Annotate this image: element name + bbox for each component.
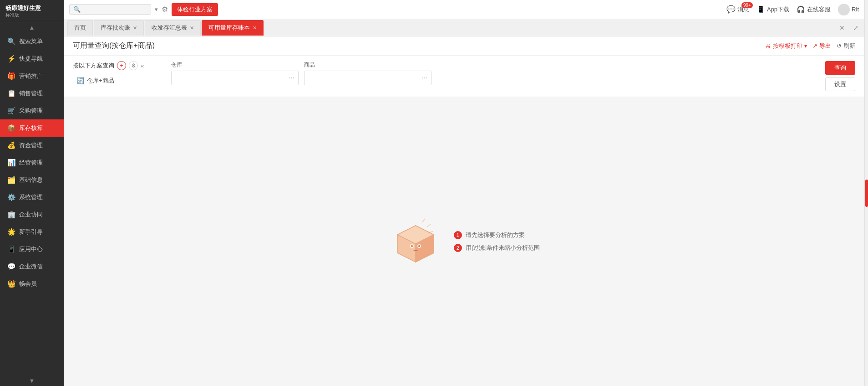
right-edge-bar (865, 180, 868, 207)
svg-point-5 (411, 245, 413, 247)
sidebar-item-marketing[interactable]: 🎁 营销推广 (0, 67, 64, 85)
sidebar: 畅康通好生意 标准版 ▲ 🔍 搜索菜单 ⚡ 快捷导航 🎁 营销推广 📋 销售管理… (0, 0, 64, 386)
header-settings-icon[interactable]: ⚙ (162, 5, 168, 14)
sidebar-item-search[interactable]: 🔍 搜索菜单 (0, 33, 64, 50)
page-header-actions: 🖨 按模板打印 ▾ ↗ 导出 ↺ 刷新 (765, 42, 855, 50)
svg-line-7 (422, 219, 425, 222)
top-header: 🔍 ▾ ⚙ 体验行业方案 💬 消息 99+ 📱 App下载 🎧 在线客服 Rit (64, 0, 864, 19)
tab-bar: 首页 库存批次账 ✕ 收发存汇总表 ✕ 可用量库存账本 ✕ ✕ ⤢ (64, 19, 864, 36)
sidebar-label-purchase: 采购管理 (19, 107, 43, 115)
sidebar-item-operations[interactable]: 📊 经营管理 (0, 154, 64, 171)
sidebar-item-inventory[interactable]: 📦 库存核算 (0, 119, 64, 137)
member-icon: 👑 (7, 280, 15, 288)
search-box[interactable]: 🔍 (69, 4, 151, 15)
filter-fields: 仓库 ··· 商品 ··· (171, 61, 818, 85)
svg-line-8 (427, 224, 431, 227)
tab-window-controls: ✕ ⤢ (837, 23, 861, 33)
scheme-item-warehouse-goods[interactable]: 🔄 仓库+商品 (73, 74, 164, 87)
goods-input[interactable]: ··· (304, 71, 431, 85)
tab-batch-account-close[interactable]: ✕ (133, 25, 137, 31)
tab-available-ledger[interactable]: 可用量库存账本 ✕ (202, 20, 264, 36)
collapse-btn[interactable]: « (141, 62, 144, 69)
sidebar-item-wechat[interactable]: 💬 企业微信 (0, 258, 64, 275)
export-label: 导出 (819, 42, 831, 50)
sidebar-item-shortcut[interactable]: ⚡ 快捷导航 (0, 50, 64, 67)
finance-icon: 💰 (7, 141, 15, 149)
add-scheme-btn[interactable]: + (117, 61, 126, 70)
basic-icon: 🗂️ (7, 176, 15, 184)
app-subtitle: 标准版 (5, 12, 58, 18)
query-btn[interactable]: 查询 (825, 61, 855, 75)
sidebar-label-search: 搜索菜单 (19, 37, 43, 46)
sidebar-menu: 🔍 搜索菜单 ⚡ 快捷导航 🎁 营销推广 📋 销售管理 🛒 采购管理 📦 库存核… (0, 33, 64, 376)
search-input[interactable] (82, 6, 137, 13)
sidebar-label-newbie: 新手引导 (19, 228, 43, 236)
goods-dots[interactable]: ··· (421, 74, 427, 82)
user-menu[interactable]: Rit (838, 4, 859, 15)
message-btn[interactable]: 💬 消息 99+ (726, 5, 749, 14)
tab-expand-btn[interactable]: ⤢ (851, 23, 861, 33)
warehouse-input[interactable]: ··· (171, 71, 299, 85)
app-download-btn[interactable]: 📱 App下载 (756, 5, 789, 14)
export-btn[interactable]: ↗ 导出 (812, 42, 831, 50)
empty-tip-1: 1 请先选择要分析的方案 (454, 231, 540, 239)
sidebar-label-wechat: 企业微信 (19, 262, 43, 271)
tab-inventory-summary[interactable]: 收发存汇总表 ✕ (145, 20, 201, 36)
sidebar-item-sales[interactable]: 📋 销售管理 (0, 85, 64, 102)
sidebar-label-finance: 资金管理 (19, 141, 43, 149)
online-service-label: 在线客服 (807, 5, 831, 14)
sidebar-item-newbie[interactable]: 🌟 新手引导 (0, 223, 64, 241)
wechat-icon: 💬 (7, 262, 15, 271)
empty-tip-1-text: 请先选择要分析的方案 (466, 231, 525, 239)
sidebar-label-system: 系统管理 (19, 193, 43, 201)
settings-btn[interactable]: 设置 (825, 77, 855, 91)
online-service-btn[interactable]: 🎧 在线客服 (797, 5, 831, 14)
marketing-icon: 🎁 (7, 72, 15, 80)
sidebar-label-shortcut: 快捷导航 (19, 55, 43, 63)
avatar (838, 4, 850, 15)
sidebar-item-system[interactable]: ⚙️ 系统管理 (0, 189, 64, 206)
export-icon: ↗ (812, 42, 817, 49)
empty-state: 1 请先选择要分析的方案 2 用[过滤]条件来缩小分析范围 (64, 97, 864, 386)
page-header: 可用量查询(按仓库+商品) 🖨 按模板打印 ▾ ↗ 导出 ↺ 刷新 (64, 36, 864, 56)
tab-inventory-summary-close[interactable]: ✕ (190, 25, 194, 31)
warehouse-text-input[interactable] (175, 75, 287, 82)
print-dropdown-icon[interactable]: ▾ (804, 43, 807, 49)
sidebar-label-enterprise: 企业协同 (19, 211, 43, 219)
tab-batch-account[interactable]: 库存批次账 ✕ (94, 20, 144, 36)
enterprise-icon: 🏢 (7, 211, 15, 219)
tab-home[interactable]: 首页 (67, 20, 93, 36)
scheme-settings-btn[interactable]: ⚙ (129, 61, 138, 70)
sidebar-scroll-up[interactable]: ▲ (0, 22, 64, 33)
add-icon: + (120, 62, 123, 69)
sidebar-item-finance[interactable]: 💰 资金管理 (0, 137, 64, 154)
shortcut-icon: ⚡ (7, 55, 15, 63)
refresh-btn[interactable]: ↺ 刷新 (837, 42, 855, 50)
refresh-label: 刷新 (843, 42, 855, 50)
scheme-header-label: 按以下方案查询 (73, 62, 114, 70)
sidebar-item-appstore[interactable]: 📱 应用中心 (0, 241, 64, 258)
step-2-num: 2 (454, 244, 462, 252)
tab-available-ledger-close[interactable]: ✕ (253, 25, 257, 31)
warehouse-filter: 仓库 ··· (171, 61, 299, 85)
tab-batch-account-label: 库存批次账 (101, 24, 130, 32)
purchase-icon: 🛒 (7, 107, 15, 115)
empty-text: 1 请先选择要分析的方案 2 用[过滤]条件来缩小分析范围 (454, 231, 540, 252)
goods-text-input[interactable] (308, 75, 420, 82)
query-actions: 查询 设置 (825, 61, 855, 91)
dropdown-arrow-icon[interactable]: ▾ (155, 6, 158, 13)
industry-btn[interactable]: 体验行业方案 (172, 3, 218, 16)
sidebar-item-purchase[interactable]: 🛒 采购管理 (0, 102, 64, 119)
sidebar-item-enterprise[interactable]: 🏢 企业协同 (0, 206, 64, 223)
sidebar-item-member[interactable]: 👑 畅会员 (0, 275, 64, 293)
warehouse-label: 仓库 (171, 61, 299, 69)
warehouse-dots[interactable]: ··· (289, 74, 294, 82)
refresh-icon: ↺ (837, 42, 842, 49)
scheme-settings-icon: ⚙ (131, 62, 136, 69)
page-content: 可用量查询(按仓库+商品) 🖨 按模板打印 ▾ ↗ 导出 ↺ 刷新 (64, 36, 864, 386)
sidebar-scroll-down[interactable]: ▼ (0, 376, 64, 386)
print-btn[interactable]: 🖨 按模板打印 ▾ (765, 42, 807, 50)
tab-close-all-btn[interactable]: ✕ (837, 23, 847, 33)
query-panel: 按以下方案查询 + ⚙ « 🔄 仓库+商品 仓库 (64, 56, 864, 97)
sidebar-item-basic[interactable]: 🗂️ 基础信息 (0, 171, 64, 189)
